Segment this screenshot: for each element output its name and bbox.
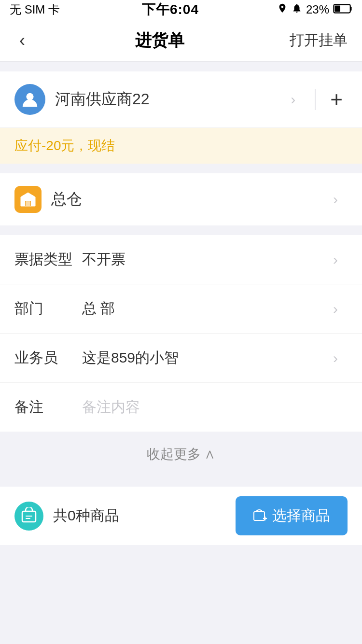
notice-banner: 应付-20元，现结 <box>0 128 362 164</box>
status-right: 23% <box>277 3 352 16</box>
collapse-button[interactable]: 收起更多 ∧ <box>0 432 362 477</box>
remark-row[interactable]: 备注 备注内容 <box>0 383 362 432</box>
warehouse-name: 总仓 <box>51 189 333 210</box>
battery-text: 23% <box>306 3 329 16</box>
alarm-icon <box>292 3 302 16</box>
product-count-text: 共0种商品 <box>53 506 236 526</box>
select-product-button[interactable]: 选择商品 <box>236 496 348 535</box>
supplier-section: 河南供应商22 › + 应付-20元，现结 <box>0 71 362 164</box>
nav-bar: ‹ 进货单 打开挂单 <box>0 19 362 62</box>
supplier-row[interactable]: 河南供应商22 › + <box>0 71 362 128</box>
supplier-divider <box>315 89 316 110</box>
open-pending-button[interactable]: 打开挂单 <box>290 30 348 50</box>
salesman-row[interactable]: 业务员 这是859的小智 › <box>0 334 362 383</box>
invoice-label: 票据类型 <box>14 250 82 269</box>
supplier-avatar <box>14 84 45 115</box>
warehouse-section: 总仓 › <box>0 173 362 225</box>
department-row[interactable]: 部门 总 部 › <box>0 284 362 334</box>
department-chevron-icon: › <box>333 301 338 317</box>
bottom-bar: 共0种商品 选择商品 <box>0 487 362 545</box>
warehouse-row[interactable]: 总仓 › <box>0 173 362 225</box>
salesman-chevron-icon: › <box>333 350 338 366</box>
page-bg <box>0 545 362 644</box>
invoice-row[interactable]: 票据类型 不开票 › <box>0 235 362 284</box>
svg-rect-2 <box>350 7 352 11</box>
back-button[interactable]: ‹ <box>14 26 30 56</box>
invoice-value: 不开票 <box>82 250 333 269</box>
warehouse-icon <box>14 186 42 213</box>
form-section: 票据类型 不开票 › 部门 总 部 › 业务员 这是859的小智 › 备注 备注… <box>0 235 362 432</box>
status-left: 无 SIM 卡 <box>10 2 64 17</box>
svg-rect-11 <box>254 512 265 520</box>
page-title: 进货单 <box>135 29 184 52</box>
supplier-name: 河南供应商22 <box>55 89 291 110</box>
department-label: 部门 <box>14 299 82 319</box>
add-supplier-button[interactable]: + <box>325 89 348 110</box>
carrier-text: 无 SIM 卡 <box>10 2 60 17</box>
remark-input[interactable]: 备注内容 <box>82 397 348 417</box>
svg-rect-3 <box>335 6 340 12</box>
warehouse-chevron-icon: › <box>333 191 338 208</box>
svg-rect-6 <box>26 201 30 206</box>
status-bar: 无 SIM 卡 下午6:04 23% <box>0 0 362 19</box>
salesman-label: 业务员 <box>14 348 82 368</box>
supplier-chevron-icon: › <box>291 91 295 108</box>
invoice-chevron-icon: › <box>333 252 338 268</box>
svg-point-4 <box>26 93 33 100</box>
select-product-icon <box>253 509 267 523</box>
notice-text: 应付-20元，现结 <box>14 138 115 153</box>
collapse-label: 收起更多 ∧ <box>147 447 216 462</box>
salesman-value: 这是859的小智 <box>82 348 333 368</box>
svg-rect-7 <box>27 198 29 201</box>
product-count-icon <box>14 502 43 531</box>
location-icon <box>277 3 288 16</box>
select-product-label: 选择商品 <box>272 506 330 526</box>
remark-label: 备注 <box>14 397 82 417</box>
department-value: 总 部 <box>82 299 333 319</box>
status-time: 下午6:04 <box>142 0 199 19</box>
battery-icon <box>333 3 352 16</box>
